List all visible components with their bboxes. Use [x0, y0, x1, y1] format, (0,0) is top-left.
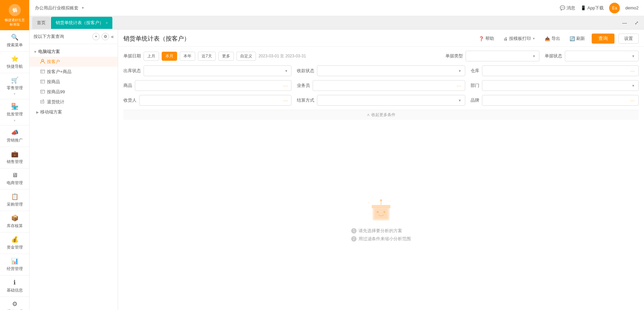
tab-home-label: 首页 — [37, 20, 46, 26]
sidebar-item-sales-label: 销售管理 — [7, 159, 23, 165]
message-btn[interactable]: 💬 消息 — [560, 5, 575, 11]
tip-text-1: 请先选择要分析的方案 — [359, 228, 402, 234]
sidebar-item-search[interactable]: 🔍 搜索菜单 — [0, 30, 29, 52]
date-label: 单据日期 — [123, 53, 141, 59]
settings-btn[interactable]: 设置 — [619, 34, 639, 44]
goods-control[interactable]: ··· — [135, 80, 291, 91]
payment-label: 结算方式 — [297, 97, 314, 103]
tab-actions: — ⤢ — [620, 18, 641, 28]
empty-tip-1: 1 请先选择要分析的方案 — [351, 228, 411, 234]
doc-type-control[interactable]: ▼ — [466, 51, 539, 61]
tree-item-return[interactable]: 退货统计 — [30, 97, 118, 107]
settings-scheme-btn[interactable]: ⚙ — [102, 33, 109, 40]
refresh-icon: 🔄 — [570, 36, 575, 41]
dept-arrow: ▼ — [632, 84, 635, 88]
tree-item-goods[interactable]: 按商品 — [30, 77, 118, 87]
filter-payment-field: 结算方式 ▼ — [297, 95, 465, 106]
date-btn-last-month[interactable]: 上月 — [144, 52, 159, 61]
out-status-control[interactable]: ▼ — [144, 65, 291, 76]
brand-control[interactable]: ··· — [482, 95, 639, 106]
receiver-control[interactable]: ··· — [139, 95, 291, 106]
svg-point-2 — [42, 59, 44, 61]
system-icon: ⚙ — [12, 300, 17, 308]
date-btn-this-year[interactable]: 本年 — [180, 52, 195, 61]
print-btn[interactable]: 🖨 按模板打印 ▼ — [501, 34, 538, 43]
nav-icon: ⭐ — [11, 55, 18, 62]
tree-item-goods-label: 按商品 — [47, 79, 60, 85]
tab-active[interactable]: 销货单统计表（按客户） × — [51, 17, 112, 29]
sidebar: 畅 畅捷通好生意 标准版 🔍 搜索菜单 ⭐ 快捷导航 🛒 零售管理 ▼ 🏪 批发… — [0, 0, 30, 310]
date-btn-custom[interactable]: 自定义 — [236, 52, 256, 61]
receive-status-control[interactable]: ▼ — [317, 65, 465, 76]
sidebar-item-marketing[interactable]: 📣 营销推广 — [0, 125, 29, 147]
filter-goods-field: 商品 ··· — [123, 80, 291, 91]
sidebar-item-basic[interactable]: ℹ 基础信息 — [0, 275, 29, 297]
collapse-panel-btn[interactable]: « — [111, 34, 114, 39]
marketing-icon: 📣 — [11, 129, 18, 136]
date-btn-7days[interactable]: 近7天 — [198, 52, 216, 61]
empty-illustration: ✦ ✦ ✦ — [364, 190, 398, 224]
sidebar-item-retail-label: 零售管理 — [7, 85, 23, 91]
tree-group-mobile-header[interactable]: ▶ 移动端方案 — [30, 107, 118, 117]
sidebar-item-business[interactable]: 📊 经营管理 — [0, 254, 29, 275]
svg-text:✦: ✦ — [389, 200, 391, 202]
app-download-label: App下载 — [587, 5, 604, 11]
app-dropdown-arrow[interactable]: ▼ — [81, 6, 85, 10]
brand-dots: ··· — [630, 98, 635, 103]
sidebar-item-ecommerce[interactable]: 🖥 电商管理 — [0, 168, 29, 190]
receiver-dots: ··· — [283, 98, 288, 103]
sidebar-item-search-label: 搜索菜单 — [7, 42, 23, 48]
return-icon — [40, 99, 45, 105]
minimize-btn[interactable]: — — [620, 18, 629, 28]
tree-group-pc: ▼ 电脑端方案 按客户 — [30, 47, 118, 107]
filter-doc-type-field: 单据类型 ▼ — [445, 51, 539, 61]
sidebar-item-nav[interactable]: ⭐ 快捷导航 — [0, 52, 29, 73]
warehouse-control[interactable]: ··· — [482, 65, 639, 76]
sidebar-item-wholesale[interactable]: 🏪 批发管理 ▲ — [0, 99, 29, 125]
sidebar-item-purchase[interactable]: 📋 采购管理 — [0, 190, 29, 211]
goods-dots: ··· — [283, 83, 288, 88]
brand-label: 品牌 — [471, 97, 479, 103]
tree-item-by-customer[interactable]: 按客户 — [30, 57, 118, 67]
tree-item-goods99[interactable]: 按商品99 — [30, 87, 118, 97]
sidebar-item-finance[interactable]: 💰 资金管理 — [0, 232, 29, 254]
avatar[interactable]: Ea — [609, 3, 620, 13]
content-area: 按以下方案查询 + ⚙ « ▼ 电脑端方案 — [30, 30, 644, 310]
tree-item-by-customer-label: 按客户 — [47, 59, 60, 65]
tree-item-customer-goods[interactable]: 按客户+商品 — [30, 67, 118, 77]
add-scheme-btn[interactable]: + — [92, 33, 100, 40]
tab-close-btn[interactable]: × — [106, 21, 108, 25]
wholesale-icon: 🏪 — [11, 103, 18, 110]
doc-status-control[interactable]: ▼ — [565, 51, 639, 61]
sidebar-item-retail[interactable]: 🛒 零售管理 ▼ — [0, 73, 29, 99]
sidebar-item-sales[interactable]: 💼 销售管理 — [0, 147, 29, 168]
export-label: 导出 — [551, 36, 560, 42]
help-btn[interactable]: ❓ 帮助 — [476, 34, 497, 43]
maximize-btn[interactable]: ⤢ — [632, 18, 641, 28]
tab-home[interactable]: 首页 — [32, 17, 50, 29]
export-btn[interactable]: 📤 导出 — [542, 34, 563, 43]
query-btn[interactable]: 查询 — [592, 34, 614, 44]
sidebar-item-nav-label: 快捷导航 — [7, 64, 23, 69]
collapse-row[interactable]: ∧ 收起更多条件 — [123, 110, 639, 120]
help-icon: ❓ — [479, 36, 484, 41]
date-btn-more[interactable]: 更多 — [218, 52, 234, 61]
print-icon: 🖨 — [503, 36, 508, 41]
print-label: 按模板打印 — [509, 36, 531, 42]
salesperson-control[interactable]: ··· — [313, 80, 465, 91]
sidebar-item-inventory[interactable]: 📦 库存核算 — [0, 211, 29, 232]
tree-group-pc-header[interactable]: ▼ 电脑端方案 — [30, 47, 118, 57]
dept-control[interactable]: ▼ — [482, 80, 639, 91]
filter-dept-field: 部门 ▼ — [471, 80, 639, 91]
date-btn-this-month[interactable]: 本月 — [162, 52, 177, 61]
app-download-btn[interactable]: 📱 App下载 — [581, 5, 604, 11]
payment-control[interactable]: ▼ — [317, 95, 465, 106]
empty-tips: 1 请先选择要分析的方案 2 用过滤条件来缩小分析范围 — [351, 228, 411, 244]
sidebar-item-marketing-label: 营销推广 — [7, 138, 23, 143]
refresh-btn[interactable]: 🔄 刷新 — [567, 34, 588, 43]
sidebar-item-system[interactable]: ⚙ 系统管理 — [0, 297, 29, 310]
tip-text-2: 用过滤条件来缩小分析范围 — [359, 236, 411, 242]
maximize-icon: ⤢ — [635, 20, 639, 25]
filter-brand-field: 品牌 ··· — [471, 95, 639, 106]
customer-goods-icon — [40, 69, 45, 75]
